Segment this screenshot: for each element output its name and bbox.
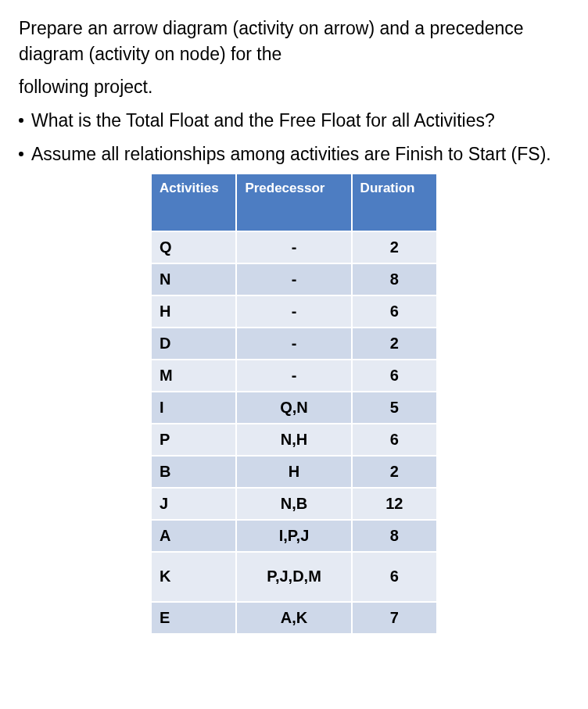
cell-duration: 2	[352, 231, 437, 263]
bullet-item-1: What is the Total Float and the Free Flo…	[19, 108, 569, 134]
bullet-icon	[19, 118, 23, 123]
cell-duration: 6	[352, 552, 437, 602]
cell-predecessor: -	[236, 328, 351, 360]
table-row: EA,K7	[151, 602, 437, 634]
table-header-row: Activities Predecessor Duration	[151, 174, 437, 231]
table-row: JN,B12	[151, 488, 437, 520]
cell-duration: 6	[352, 424, 437, 456]
table-row: IQ,N5	[151, 392, 437, 424]
intro-paragraph-2: following project.	[19, 74, 569, 100]
cell-predecessor: P,J,D,M	[236, 552, 351, 602]
cell-duration: 7	[352, 602, 437, 634]
cell-activity: Q	[151, 231, 236, 263]
cell-activity: E	[151, 602, 236, 634]
header-predecessor: Predecessor	[236, 174, 351, 231]
table-row: KP,J,D,M6	[151, 552, 437, 602]
cell-activity: N	[151, 263, 236, 295]
cell-activity: B	[151, 456, 236, 488]
cell-predecessor: H	[236, 456, 351, 488]
table-row: H-6	[151, 295, 437, 328]
cell-predecessor: -	[236, 360, 351, 392]
cell-activity: J	[151, 488, 236, 520]
cell-activity: D	[151, 328, 236, 360]
cell-predecessor: Q,N	[236, 392, 351, 424]
cell-predecessor: -	[236, 263, 351, 295]
intro-paragraph-1: Prepare an arrow diagram (activity on ar…	[19, 16, 569, 68]
cell-duration: 2	[352, 328, 437, 360]
cell-duration: 6	[352, 360, 437, 392]
table-row: D-2	[151, 328, 437, 360]
cell-duration: 12	[352, 488, 437, 520]
bullet-text-2: Assume all relationships among activitie…	[31, 141, 551, 167]
activities-table: Activities Predecessor Duration Q-2N-8H-…	[150, 173, 438, 635]
cell-activity: H	[151, 295, 236, 328]
cell-predecessor: A,K	[236, 602, 351, 634]
cell-duration: 6	[352, 295, 437, 328]
header-activities: Activities	[151, 174, 236, 231]
cell-predecessor: -	[236, 295, 351, 328]
table-row: BH2	[151, 456, 437, 488]
table-row: PN,H6	[151, 424, 437, 456]
cell-duration: 8	[352, 263, 437, 295]
table-row: N-8	[151, 263, 437, 295]
table-row: AI,P,J8	[151, 520, 437, 552]
cell-activity: K	[151, 552, 236, 602]
cell-activity: P	[151, 424, 236, 456]
bullet-text-1: What is the Total Float and the Free Flo…	[31, 108, 495, 134]
cell-duration: 2	[352, 456, 437, 488]
cell-predecessor: N,H	[236, 424, 351, 456]
header-duration: Duration	[352, 174, 437, 231]
cell-predecessor: N,B	[236, 488, 351, 520]
cell-duration: 8	[352, 520, 437, 552]
bullet-item-2: Assume all relationships among activitie…	[19, 141, 569, 167]
cell-duration: 5	[352, 392, 437, 424]
cell-activity: A	[151, 520, 236, 552]
table-row: M-6	[151, 360, 437, 392]
cell-predecessor: -	[236, 231, 351, 263]
table-row: Q-2	[151, 231, 437, 263]
cell-activity: M	[151, 360, 236, 392]
bullet-icon	[19, 152, 23, 156]
cell-activity: I	[151, 392, 236, 424]
cell-predecessor: I,P,J	[236, 520, 351, 552]
